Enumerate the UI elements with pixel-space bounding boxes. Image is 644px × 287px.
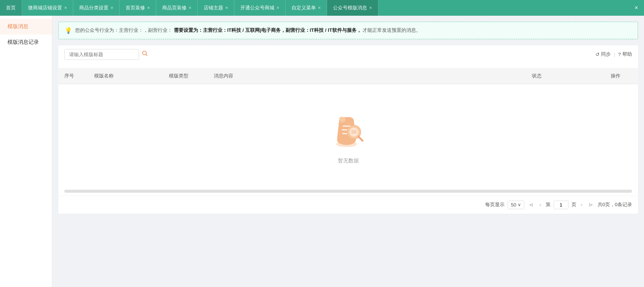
sync-label: 同步 xyxy=(601,51,611,58)
search-input[interactable] xyxy=(64,49,139,60)
sidebar-item-template-msg-label: 模版消息 xyxy=(7,23,28,29)
alert-suffix: 才能正常发送预置的消息。 xyxy=(363,27,421,33)
nav-tab-open-mall-label: 开通公众号商城 xyxy=(240,4,274,11)
nav-tab-home[interactable]: 首页 xyxy=(0,0,22,16)
close-icon[interactable]: × xyxy=(318,5,321,10)
main-content: 💡 您的公众号行业为：主营行业：，副营行业： 需要设置为：主营行业：IT科技 /… xyxy=(52,16,644,287)
nav-tab-homepage-decor[interactable]: 首页装修 × xyxy=(120,0,156,16)
sync-icon: ↺ xyxy=(595,52,600,57)
toolbar-right: ↺ 同步 | ? 帮助 xyxy=(595,51,632,58)
close-icon[interactable]: × xyxy=(111,5,113,10)
svg-point-7 xyxy=(349,128,358,137)
th-seq: 序号 xyxy=(58,68,88,84)
th-content: 消息内容 xyxy=(208,68,526,84)
nav-tab-category-label: 商品分类设置 xyxy=(79,4,108,11)
alert-text: 您的公众号行业为：主营行业：，副营行业： 需要设置为：主营行业：IT科技 / 互… xyxy=(75,27,421,34)
next-page-button[interactable]: › xyxy=(579,201,584,208)
page-input[interactable] xyxy=(554,201,568,209)
divider: | xyxy=(614,52,615,57)
search-button[interactable] xyxy=(142,51,148,58)
svg-line-8 xyxy=(358,137,363,141)
top-nav: 首页 微商城店铺设置 × 商品分类设置 × 首页装修 × 商品页装修 × 店铺主… xyxy=(0,0,644,16)
bulb-icon: 💡 xyxy=(65,27,72,34)
th-seq-label: 序号 xyxy=(64,73,74,79)
total-info: 共0页，0条记录 xyxy=(598,201,632,208)
th-name-label: 模版名称 xyxy=(94,73,114,79)
empty-illustration xyxy=(326,107,371,152)
page-end-label: 页 xyxy=(571,201,576,208)
prev-page-button[interactable]: ‹ xyxy=(538,201,543,208)
scrollbar-area xyxy=(58,187,638,196)
help-icon: ? xyxy=(618,52,621,57)
nav-tab-product-decor[interactable]: 商品页装修 × xyxy=(156,0,198,16)
chevron-down-icon: ∨ xyxy=(518,202,521,207)
th-status-label: 状态 xyxy=(532,73,542,79)
empty-text: 暂无数据 xyxy=(338,158,359,164)
nav-tab-home-label: 首页 xyxy=(6,4,16,11)
page-size-value: 50 xyxy=(511,202,516,208)
th-name: 模版名称 xyxy=(88,68,163,84)
nav-tab-micro-shop-label: 微商城店铺设置 xyxy=(28,4,62,11)
nav-tab-template-msg[interactable]: 公众号模版消息 × xyxy=(327,0,378,16)
nav-tab-shop-theme-label: 店铺主题 xyxy=(204,4,223,11)
nav-tab-product-decor-label: 商品页装修 xyxy=(162,4,187,11)
close-icon[interactable]: × xyxy=(189,5,191,10)
nav-tab-template-msg-label: 公众号模版消息 xyxy=(333,4,367,11)
search-area xyxy=(64,49,148,60)
th-action: 操作 xyxy=(593,68,638,84)
close-icon[interactable]: × xyxy=(225,5,228,10)
nav-tab-shop-theme[interactable]: 店铺主题 × xyxy=(198,0,234,16)
sidebar-item-template-msg-record[interactable]: 模版消息记录 xyxy=(0,34,52,50)
nav-tab-homepage-decor-label: 首页装修 xyxy=(126,4,145,11)
alert-highlight: 需要设置为：主营行业：IT科技 / 互联网|电子商务，副营行业：IT科技 / I… xyxy=(174,27,361,33)
search-icon xyxy=(142,51,148,57)
close-icon[interactable]: × xyxy=(369,5,372,10)
th-action-label: 操作 xyxy=(611,73,620,79)
close-icon[interactable]: × xyxy=(147,5,150,10)
sidebar-item-template-msg-record-label: 模版消息记录 xyxy=(7,39,39,45)
alert-prefix: 您的公众号行业为：主营行业：，副营行业： xyxy=(75,27,172,33)
sidebar: 模版消息 模版消息记录 xyxy=(0,16,52,287)
first-page-button[interactable]: ⊲ xyxy=(527,201,535,208)
sync-button[interactable]: ↺ 同步 xyxy=(595,51,611,58)
page-size-select[interactable]: 50 ∨ xyxy=(508,201,524,209)
svg-line-1 xyxy=(146,55,148,56)
page-label: 第 xyxy=(546,201,551,208)
table-container: ↺ 同步 | ? 帮助 序号 模版名称 xyxy=(58,45,638,214)
table-header: 序号 模版名称 模版类型 消息内容 状态 操作 xyxy=(58,68,638,84)
layout: 模版消息 模版消息记录 💡 您的公众号行业为：主营行业：，副营行业： 需要设置为… xyxy=(0,16,644,287)
help-button[interactable]: ? 帮助 xyxy=(618,51,632,58)
close-icon[interactable]: × xyxy=(277,5,279,10)
nav-tab-custom-menu[interactable]: 自定义菜单 × xyxy=(286,0,327,16)
sidebar-item-template-msg[interactable]: 模版消息 xyxy=(0,19,52,34)
nav-tab-open-mall[interactable]: 开通公众号商城 × xyxy=(234,0,286,16)
nav-tab-micro-shop[interactable]: 微商城店铺设置 × xyxy=(22,0,73,16)
th-type-label: 模版类型 xyxy=(169,73,188,79)
empty-state: 暂无数据 xyxy=(58,84,638,187)
close-icon[interactable]: × xyxy=(64,5,67,10)
page-size-label: 每页显示 xyxy=(485,201,505,208)
th-type: 模版类型 xyxy=(163,68,208,84)
scroll-track[interactable] xyxy=(64,190,632,193)
alert-box: 💡 您的公众号行业为：主营行业：，副营行业： 需要设置为：主营行业：IT科技 /… xyxy=(58,22,638,39)
nav-tab-custom-menu-label: 自定义菜单 xyxy=(292,4,316,11)
last-page-button[interactable]: ⊳ xyxy=(587,201,595,208)
nav-tab-category[interactable]: 商品分类设置 × xyxy=(73,0,120,16)
help-label: 帮助 xyxy=(622,51,632,58)
search-toolbar: ↺ 同步 | ? 帮助 xyxy=(58,45,638,64)
empty-svg xyxy=(326,107,371,152)
th-status: 状态 xyxy=(526,68,593,84)
close-all-button[interactable]: × xyxy=(629,4,644,11)
th-content-label: 消息内容 xyxy=(214,73,233,79)
pagination: 每页显示 50 ∨ ⊲ ‹ 第 页 › ⊳ 共0页，0条记录 xyxy=(58,196,638,214)
